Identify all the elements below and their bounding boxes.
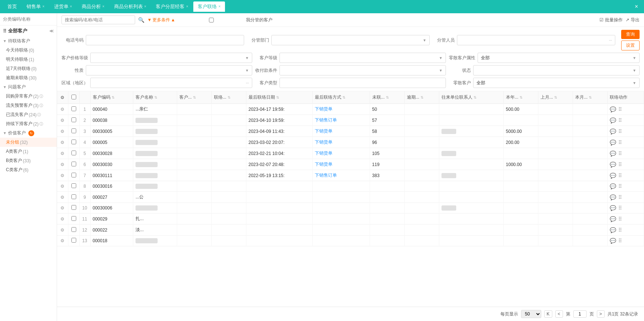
row-checkbox-cell[interactable] [68,159,79,170]
row-settings[interactable]: ⚙ [57,137,68,148]
row-checkbox[interactable] [71,173,76,177]
next-page-button[interactable]: > [597,310,605,318]
last-contact-method-column-header[interactable]: 最后联络方式⇅ [312,91,370,104]
contact-icon[interactable]: 💬 [610,162,616,167]
more-actions-icon[interactable]: ⠿ [618,216,622,222]
problem-customers-group[interactable]: ▼ 问题客户 [0,82,57,92]
row-checkbox-cell[interactable] [68,192,79,203]
more-actions-icon[interactable]: ⠿ [618,162,622,167]
close-customer-segment-tab[interactable]: × [186,1,188,12]
customer-level-select[interactable]: ▼ [279,53,446,63]
page-number-input[interactable] [573,310,587,318]
row-last-contact-method[interactable]: 下销货单 [312,137,370,148]
sidebar-item-tomorrow[interactable]: 明天待联络(1) [0,55,57,64]
more-actions-icon[interactable]: ⠿ [618,227,622,233]
more-actions-icon[interactable]: ⠿ [618,183,622,189]
row-checkbox-cell[interactable] [68,148,79,159]
last-month-column-header[interactable]: 上月...⇅ [538,91,573,104]
more-actions-icon[interactable]: ⠿ [618,106,622,112]
row-last-contact-method[interactable]: 下销售订单 [312,115,370,126]
row-settings[interactable]: ⚙ [57,115,68,126]
page-size-select[interactable]: 50 100 [521,310,541,318]
window-close-button[interactable]: × [632,3,641,10]
close-customer-contact-tab[interactable]: × [218,1,221,12]
row-checkbox-cell[interactable] [68,126,79,137]
sidebar-item-ungroup[interactable]: 未分组(32) [0,138,57,147]
row-settings[interactable]: ⚙ [57,181,68,192]
reset-button-adv[interactable]: 设置 [621,40,640,50]
tab-customer-contact[interactable]: 客户联络 × [193,1,225,12]
settings-column-header[interactable]: ⚙ [57,91,68,104]
row-last-contact-method[interactable] [312,203,370,214]
row-settings[interactable]: ⚙ [57,236,68,246]
contact-icon[interactable]: 💬 [610,216,616,222]
more-actions-icon[interactable]: ⠿ [618,173,622,179]
customer-type-select[interactable] [279,78,446,88]
contact-icon[interactable]: 💬 [610,151,616,156]
row-checkbox[interactable] [71,227,76,232]
more-conditions-button[interactable]: ▼ 更多条件 ▲ [147,17,175,23]
row-checkbox[interactable] [71,106,76,111]
row-checkbox-cell[interactable] [68,236,79,246]
this-month-column-header[interactable]: 本月...⇅ [573,91,607,104]
sidebar-item-overdue[interactable]: 逾期未联络(30) [0,73,57,82]
zero-customer-select[interactable]: 全部 ▼ [473,78,640,88]
row-last-contact-method[interactable]: 下销货单 [312,148,370,159]
tab-sales[interactable]: 销售单 × [22,1,49,12]
my-customers-checkbox[interactable] [178,18,244,22]
sidebar-item-abnormal[interactable]: 回购异常客户(2) ⓘ [0,92,57,101]
price-level-select[interactable]: ▼ [90,53,252,63]
contact-icon[interactable]: 💬 [610,106,616,112]
row-checkbox-cell[interactable] [68,170,79,181]
my-customers-checkbox-label[interactable]: 我分管的客户 [178,17,272,23]
row-last-contact-method[interactable]: 下销货单 [312,104,370,115]
sidebar-search-input[interactable] [3,17,57,22]
row-last-contact-method[interactable] [312,225,370,236]
waiting-contact-group[interactable]: ▼ 待联络客户 [0,36,57,46]
row-settings[interactable]: ⚙ [57,104,68,115]
more-actions-icon[interactable]: ⠿ [618,140,622,145]
close-purchase-tab[interactable]: × [70,1,72,12]
batch-operation-button[interactable]: ☑ 批量操作 [599,17,623,23]
row-checkbox[interactable] [71,140,76,144]
gender-select[interactable]: ▼ [86,65,252,75]
row-checkbox-cell[interactable] [68,181,79,192]
row-checkbox[interactable] [71,238,76,243]
row-last-contact-method[interactable] [312,214,370,225]
row-checkbox[interactable] [71,128,76,133]
tab-product-analysis-list[interactable]: 商品分析列表 × [110,1,151,12]
tab-purchase[interactable]: 进货单 × [50,1,77,12]
row-settings[interactable]: ⚙ [57,225,68,236]
more-actions-icon[interactable]: ⠿ [618,194,622,200]
person-select[interactable]: ··· [457,35,615,45]
row-checkbox[interactable] [71,194,76,199]
sidebar-item-declining[interactable]: 持续下滑客户(2) ⓘ [0,119,57,128]
row-last-contact-method[interactable] [312,192,370,203]
sidebar-item-today[interactable]: 今天待联络(0) [0,46,57,55]
row-settings[interactable]: ⚙ [57,192,68,203]
contact-icon[interactable]: 💬 [610,227,616,233]
score-customers-group[interactable]: ▼ 价值客户 ↻ [0,128,57,138]
customerx-column-header[interactable]: 客户...⇅ [177,91,211,104]
sidebar-item-b-class[interactable]: B类客户(33) [0,156,57,165]
tab-home[interactable]: 首页 [3,1,21,12]
contact-column-header[interactable]: 联络...⇅ [211,91,246,104]
row-checkbox-cell[interactable] [68,104,79,115]
contact-icon[interactable]: 💬 [610,205,616,211]
last-contact-date-column-header[interactable]: 最后联络日期⇅ [246,91,312,104]
payment-select[interactable]: ▼ [279,65,446,75]
tab-customer-segment[interactable]: 客户分层经客 × [151,1,193,12]
sidebar-item-c-class[interactable]: C类客户(6) [0,165,57,174]
close-sales-tab[interactable]: × [42,1,45,12]
name-column-header[interactable]: 客户名称⇅ [133,91,177,104]
row-checkbox[interactable] [71,183,76,188]
row-settings[interactable]: ⚙ [57,170,68,181]
dept-select[interactable]: ▼ [271,35,430,45]
all-customers-header[interactable]: ⠿ 全部客户 ≪ [0,25,57,36]
close-product-analysis-list-tab[interactable]: × [144,1,147,12]
contact-icon[interactable]: 💬 [610,128,616,134]
row-checkbox[interactable] [71,216,76,221]
first-page-button[interactable]: K [544,310,552,318]
row-last-contact-method[interactable] [312,236,370,246]
row-last-contact-method[interactable]: 下销货单 [312,159,370,170]
